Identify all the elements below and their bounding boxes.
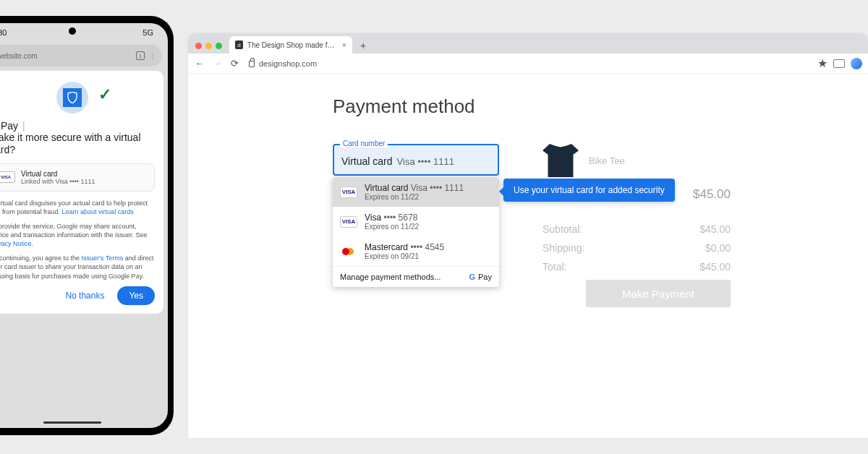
card-option-mastercard[interactable]: Mastercard •••• 4545 Expires on 09/21 [333, 236, 499, 266]
phone-address-bar[interactable]: website.com 1 ⋮ [0, 45, 162, 67]
close-window-icon[interactable] [195, 43, 202, 49]
card-value-sub: Visa •••• 1111 [397, 156, 454, 167]
browser-tab[interactable]: d The Design Shop made for de × [229, 36, 352, 53]
address-bar: ← → ⟳ designshop.com ★ [188, 53, 868, 74]
status-time: 9:30 [0, 28, 7, 37]
close-tab-icon[interactable]: × [342, 40, 346, 49]
disclaimer-2: By continuing, you agree to the Issuer's… [0, 254, 155, 280]
reload-icon[interactable]: ⟳ [229, 58, 240, 69]
url-box[interactable]: designshop.com [246, 59, 812, 68]
favicon: d [235, 40, 243, 49]
card-dropdown: VISA Virtual card Visa •••• 1111 Expires… [333, 177, 499, 287]
checkmark-icon: ✓ [98, 85, 111, 104]
phone-frame: 9:30 5G website.com 1 ⋮ ✓ G Pay | Ma [0, 16, 174, 435]
phone-url: website.com [0, 52, 38, 60]
card-value-main: Virtual card [341, 155, 393, 167]
virtual-card-tooltip: Use your virtual card for added security [503, 179, 675, 202]
product-image [542, 144, 579, 177]
dialog-title: Make it more secure with a virtual card? [0, 132, 155, 156]
product-row: Bike Tee [542, 144, 731, 177]
gpay-logo: G Pay [469, 273, 492, 281]
subtotal-row: Subtotal: $45.00 [542, 223, 731, 235]
browser-window: d The Design Shop made for de × + ← → ⟳ … [188, 33, 868, 438]
payment-chip-icon[interactable] [833, 59, 845, 68]
yes-button[interactable]: Yes [117, 286, 155, 305]
status-network: 5G [142, 28, 153, 37]
phone-status-bar: 9:30 5G [0, 23, 168, 42]
virtual-card-prompt-dialog: ✓ G Pay | Make it more secure with a vir… [0, 71, 163, 314]
card-number-label: Card number [340, 140, 388, 147]
profile-avatar[interactable] [851, 58, 862, 69]
checkout-page: Payment method Card number Virtual card … [188, 74, 868, 438]
explainer-text: A virtual card disguises your actual car… [0, 199, 155, 216]
more-icon[interactable]: ⋮ [149, 52, 156, 60]
issuer-terms-link[interactable]: Issuer's Terms [82, 254, 124, 262]
product-name: Bike Tee [589, 155, 625, 166]
back-icon[interactable]: ← [194, 58, 205, 69]
new-tab-button[interactable]: + [355, 38, 371, 53]
card-option-visa[interactable]: VISA Visa •••• 5678 Expires on 11/22 [333, 207, 499, 236]
lock-icon [249, 61, 255, 67]
visa-logo: VISA [340, 216, 357, 228]
tab-count-icon[interactable]: 1 [136, 51, 145, 60]
front-camera [69, 27, 76, 35]
learn-link[interactable]: Learn about virtual cards [62, 208, 134, 215]
manage-payment-methods[interactable]: Manage payment methods... G Pay [333, 266, 499, 287]
mastercard-logo [340, 246, 357, 257]
star-icon[interactable]: ★ [817, 56, 827, 70]
zoom-window-icon[interactable] [216, 43, 222, 49]
shipping-row: Shipping: $0.00 [542, 242, 731, 254]
make-payment-button[interactable]: Make Payment [586, 280, 731, 307]
disclaimer-1: To provide the service, Google may share… [0, 222, 155, 248]
minimize-window-icon[interactable] [205, 43, 212, 49]
hero-graphic: ✓ [0, 78, 155, 117]
url-text: designshop.com [259, 59, 317, 68]
no-thanks-button[interactable]: No thanks [58, 286, 111, 305]
card-option-virtual[interactable]: VISA Virtual card Visa •••• 1111 Expires… [333, 177, 499, 207]
forward-icon[interactable]: → [211, 58, 223, 69]
shield-icon [63, 88, 82, 107]
total-row: Total: $45.00 [542, 261, 731, 273]
vc-name: Virtual card [21, 170, 95, 178]
virtual-card-summary: VISA Virtual card Linked with Visa •••• … [0, 163, 155, 192]
phone-screen: 9:30 5G website.com 1 ⋮ ✓ G Pay | Ma [0, 23, 168, 428]
tab-strip: d The Design Shop made for de × + [188, 33, 868, 53]
visa-logo: VISA [340, 187, 357, 198]
visa-logo: VISA [0, 171, 15, 183]
page-title: Payment method [333, 95, 856, 118]
gpay-label: Pay [1, 120, 18, 132]
tab-title: The Design Shop made for de [247, 41, 335, 49]
window-controls[interactable] [194, 43, 226, 53]
card-number-input[interactable]: Card number Virtual card Visa •••• 1111 [333, 144, 499, 176]
gpay-brand-row: G Pay | [0, 120, 155, 132]
vc-linked: Linked with Visa •••• 1111 [21, 178, 95, 185]
home-indicator[interactable] [43, 421, 101, 424]
privacy-link[interactable]: Privacy Notice [0, 240, 32, 247]
